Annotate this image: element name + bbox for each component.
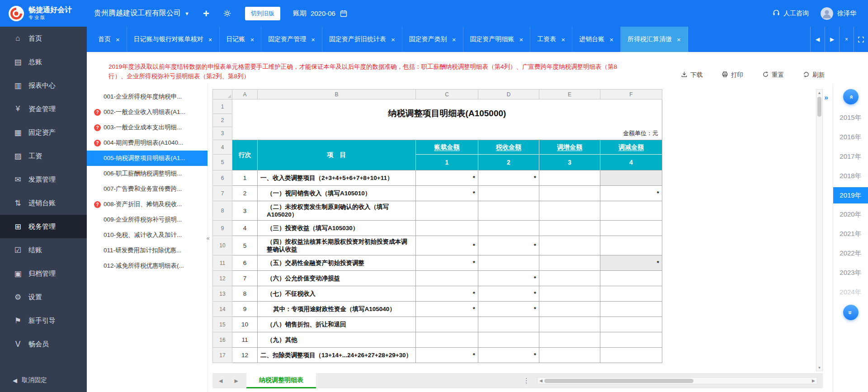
cell-item-6[interactable]: （五）交易性金融资产初始投资调整 [258, 255, 416, 271]
report-list-item-8[interactable]: ?008-资产折旧、摊销及税收... [87, 197, 208, 212]
cell-D15[interactable] [478, 317, 539, 332]
cell-D13[interactable]: * [478, 286, 539, 302]
cell-C15[interactable] [416, 317, 478, 332]
row-header-1[interactable]: 1 [213, 99, 232, 114]
sidebar-item-8[interactable]: ⇅进销台账 [0, 191, 87, 215]
cell-F9[interactable] [600, 221, 662, 236]
cell-F11[interactable]: * [600, 255, 662, 271]
cell-C10[interactable]: * [416, 236, 478, 255]
tab-close-icon[interactable]: × [677, 36, 681, 43]
tab-close-icon[interactable]: × [609, 36, 613, 43]
cell-E14[interactable] [539, 302, 600, 317]
tab-close-icon[interactable]: × [250, 36, 255, 43]
year-item-2018年[interactable]: 2018年 [833, 166, 868, 186]
column-header-B[interactable]: B [258, 90, 416, 99]
cell-item-11[interactable]: （九）其他 [258, 332, 416, 348]
row-header-14[interactable]: 14 [213, 302, 232, 317]
switch-old-version-button[interactable]: 切到旧版 [245, 7, 280, 20]
cell-item-2[interactable]: （一）视同销售收入（填写A105010） [258, 186, 416, 201]
row-header-16[interactable]: 16 [213, 332, 232, 348]
add-button[interactable]: + [203, 8, 209, 19]
cell-line-9[interactable]: 9 [232, 302, 258, 317]
gear-icon[interactable] [223, 9, 231, 18]
tab-close-icon[interactable]: × [208, 36, 212, 43]
cell-line-12[interactable]: 12 [232, 348, 258, 363]
cell-D12[interactable]: * [478, 271, 539, 286]
row-header-10[interactable]: 10 [213, 236, 232, 255]
year-item-2019年[interactable]: 2019年 [833, 187, 868, 203]
cell-E10[interactable] [539, 236, 600, 255]
tab-5[interactable]: 固定资产折旧统计表× [322, 27, 402, 52]
scroll-right-icon[interactable]: ▶ [810, 378, 817, 383]
year-item-2024年[interactable]: 2024年 [833, 283, 868, 302]
year-item-2016年[interactable]: 2016年 [833, 128, 868, 147]
cell-C7[interactable]: * [416, 186, 478, 201]
horizontal-scroll-thumb[interactable] [544, 379, 693, 383]
tab-close-icon[interactable]: × [561, 36, 565, 43]
year-item-2020年[interactable]: 2020年 [833, 205, 868, 224]
cell-E7[interactable] [539, 186, 600, 201]
cell-item-8[interactable]: （七）不征税收入 [258, 286, 416, 302]
sidebar-item-6[interactable]: ▨工资 [0, 144, 87, 168]
year-item-2021年[interactable]: 2021年 [833, 224, 868, 244]
row-header-6[interactable]: 6 [213, 170, 232, 186]
row-header-2[interactable]: 2 [213, 114, 232, 127]
cell-F15[interactable] [600, 317, 662, 332]
scroll-up-icon[interactable]: ▲ [818, 90, 821, 96]
tab-close-icon[interactable]: × [311, 36, 315, 43]
sidebar-item-4[interactable]: ¥资金管理 [0, 97, 87, 121]
next-tab-button[interactable]: ▶ [825, 27, 839, 52]
cell-item-10[interactable]: （八）销售折扣、折让和退回 [258, 317, 416, 332]
calendar-icon[interactable] [340, 9, 348, 18]
unpin-sidebar-button[interactable]: ◀ 取消固定 [0, 371, 87, 389]
row-header-9[interactable]: 9 [213, 221, 232, 236]
cell-D17[interactable]: * [478, 348, 539, 363]
column-header-E[interactable]: E [539, 90, 600, 99]
cell-C13[interactable]: * [416, 286, 478, 302]
tab-2[interactable]: 日记账与银行对账单核对× [127, 27, 220, 52]
cell-E9[interactable] [539, 221, 600, 236]
cell-D10[interactable]: * [478, 236, 539, 255]
prev-tab-button[interactable]: ◀ [810, 27, 825, 52]
cell-item-4[interactable]: （三）投资收益（填写A105030） [258, 221, 416, 236]
tab-3[interactable]: 日记账× [220, 27, 262, 52]
cell-D6[interactable]: * [478, 170, 539, 186]
cell-line-5[interactable]: 5 [232, 236, 258, 255]
cell-C6[interactable]: * [416, 170, 478, 186]
cell-line-4[interactable]: 4 [232, 221, 258, 236]
reset-button[interactable]: 重置 [762, 71, 784, 79]
report-list-item-10[interactable]: 010-免税、减计收入及加计... [87, 227, 208, 243]
report-list-item-6[interactable]: 006-职工薪酬纳税调整明细... [87, 166, 208, 181]
sidebar-item-5[interactable]: ▦固定资产 [0, 121, 87, 144]
cell-D16[interactable] [478, 332, 539, 348]
cell-C8[interactable] [416, 201, 478, 221]
cell-item-7[interactable]: （六）公允价值变动净损益 [258, 271, 416, 286]
cell-item-12[interactable]: 二、扣除类调整项目（13+14+...24+26+27+28+29+30） [258, 348, 416, 363]
cell-F7[interactable]: * [600, 186, 662, 201]
tab-1[interactable]: 首页× [91, 27, 127, 52]
report-list-item-9[interactable]: 009-企业所得税弥补亏损明... [87, 212, 208, 227]
cell-E13[interactable] [539, 286, 600, 302]
cell-line-6[interactable]: 6 [232, 255, 258, 271]
cell-line-11[interactable]: 11 [232, 332, 258, 348]
cell-D8[interactable] [478, 201, 539, 221]
tab-close-icon[interactable]: × [452, 36, 456, 43]
sidebar-item-14[interactable]: Ⅴ畅会员 [0, 332, 87, 356]
year-item-2023年[interactable]: 2023年 [833, 263, 868, 283]
next-sheet-icon[interactable]: ▶ [234, 378, 238, 384]
user-name[interactable]: 徐泽华 [837, 9, 856, 18]
fullscreen-button[interactable] [854, 27, 868, 52]
sidebar-item-12[interactable]: ⚙设置 [0, 285, 87, 309]
report-list-item-5[interactable]: 005-纳税调整项目明细表(A1... [87, 151, 208, 166]
report-list-item-3[interactable]: ?003-一般企业成本支出明细... [87, 120, 208, 135]
row-header-13[interactable]: 13 [213, 286, 232, 302]
cell-F8[interactable] [600, 201, 662, 221]
cell-line-2[interactable]: 2 [232, 186, 258, 201]
avatar[interactable] [821, 7, 833, 20]
sheet-tab[interactable]: 纳税调整明细表 [246, 373, 316, 388]
scroll-years-up-button[interactable]: » [843, 89, 859, 104]
cell-F16[interactable] [600, 332, 662, 348]
cell-C11[interactable]: * [416, 255, 478, 271]
row-header-15[interactable]: 15 [213, 317, 232, 332]
row-header-7[interactable]: 7 [213, 186, 232, 201]
